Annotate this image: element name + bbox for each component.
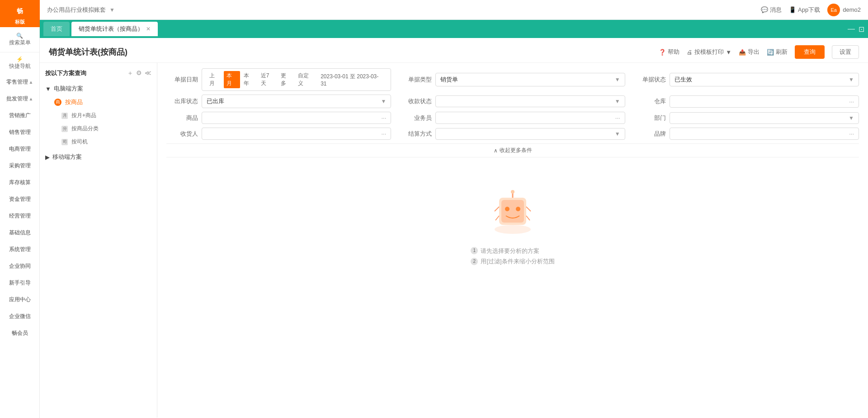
scheme-item-by-goods[interactable]: 商 按商品 [40,95,157,109]
chevron-down-icon-group: ▼ [45,86,51,92]
type-control[interactable]: 销货单 ▼ [435,73,625,86]
content-area: 销货单统计表(按商品) ❓ 帮助 🖨 按模板打印 ▼ 📤 导出 🔄 刷新 [40,38,868,418]
settings-button[interactable]: 设置 [832,45,859,59]
sidebar-item-system[interactable]: 系统管理 [0,241,39,258]
sidebar-item-quick-nav[interactable]: ⚡ 快捷导航 [0,52,39,74]
dept-control[interactable]: ▼ [670,112,859,124]
add-scheme-icon[interactable]: ＋ [127,69,133,77]
sidebar-item-wholesale[interactable]: 批发管理 ▲ [0,90,39,107]
receiver-label: 收货人 [166,130,198,138]
maximize-icon[interactable]: ⊡ [859,25,864,33]
date-tab-this-month[interactable]: 本月 [224,71,240,88]
sidebar-item-inventory[interactable]: 库存核算 [0,174,39,191]
sidebar-item-retail[interactable]: 零售管理 ▲ [0,74,39,90]
sidebar-item-finance[interactable]: 资金管理 [0,191,39,208]
left-panel: 按以下方案查询 ＋ ⚙ ≪ ▼ 电脑端方案 商 按商品 [40,63,157,418]
filter-goods: 商品 ··· [166,112,391,124]
tab-bar: 首页 销货单统计表（按商品） ✕ — ⊡ [40,20,868,38]
date-tab-7days[interactable]: 近7天 [258,71,278,88]
app-logo[interactable]: 畅 标版 [0,0,40,27]
dots-brand[interactable]: ··· [849,130,854,137]
dots-goods[interactable]: ··· [381,114,386,121]
tab-sales-stats[interactable]: 销货单统计表（按商品） ✕ [71,22,158,36]
dots-sales[interactable]: ··· [615,114,620,121]
receiver-control[interactable]: ··· [202,128,391,140]
dots-receiver[interactable]: ··· [381,130,386,137]
date-tabs: 上月 本月 本年 近7天 更多 自定义 [207,71,317,88]
filter-date: 单据日期 上月 本月 本年 近7天 更多 自定义 2023-03-01 至 20… [166,68,391,91]
type-value: 销货单 [440,76,458,84]
goods-control[interactable]: ··· [202,112,391,124]
sidebar-item-purchase[interactable]: 采购管理 [0,157,39,174]
sidebar-item-guide[interactable]: 新手引导 [0,275,39,291]
payment-label: 结算方式 [400,130,432,138]
query-button[interactable]: 查询 [795,45,825,59]
filter-row-1: 单据日期 上月 本月 本年 近7天 更多 自定义 2023-03-01 至 20… [166,68,859,91]
user-profile[interactable]: Ea demo2 [827,4,861,16]
sidebar-item-marketing[interactable]: 营销推广 [0,107,39,124]
tab-close-icon[interactable]: ✕ [146,26,151,32]
svg-text:畅: 畅 [17,7,23,14]
scheme-item-driver[interactable]: 司 按司机 [40,135,157,148]
industry-selector[interactable]: 办公用品行业模拟账套 [47,6,106,14]
avatar: Ea [827,4,840,16]
tab-home[interactable]: 首页 [43,22,70,36]
filter-receipt-status: 收款状态 ▼ [400,95,625,108]
chevron-down-icon-print: ▼ [726,49,731,56]
warehouse-control[interactable]: ··· [670,95,859,108]
scheme-group-pc-header[interactable]: ▼ 电脑端方案 [40,82,157,95]
scheme-icon-goods: 商 [54,99,61,106]
chevron-down-status: ▼ [849,76,854,83]
date-tab-more[interactable]: 更多 [278,71,294,88]
empty-svg [486,184,540,238]
date-tab-this-year[interactable]: 本年 [241,71,257,88]
export-button[interactable]: 📤 导出 [739,48,760,56]
message-button[interactable]: 💬 消息 [761,6,782,14]
collapse-panel-icon[interactable]: ≪ [145,69,151,77]
sidebar-item-weixin[interactable]: 企业微信 [0,308,39,325]
date-tab-last-month[interactable]: 上月 [207,71,223,88]
filter-dept: 部门 ▼ [634,112,859,124]
message-icon: 💬 [761,6,768,13]
sales-control[interactable]: ··· [435,112,625,124]
edit-scheme-icon[interactable]: ⚙ [136,69,142,77]
template-print-button[interactable]: 🖨 按模板打印 ▼ [687,48,731,56]
sidebar-item-cooperation[interactable]: 企业协同 [0,258,39,275]
date-tab-custom[interactable]: 自定义 [295,71,317,88]
refresh-button[interactable]: 🔄 刷新 [767,48,788,56]
filter-row-4: 收货人 ··· 结算方式 ▼ 品牌 [166,128,859,140]
chevron-right-icon: ▶ [45,154,50,161]
scheme-item-month-goods[interactable]: 月 按月+商品 [40,109,157,122]
left-panel-header: 按以下方案查询 ＋ ⚙ ≪ [40,66,157,80]
sidebar-item-member[interactable]: 畅会员 [0,325,39,342]
sidebar-item-search[interactable]: 🔍 搜索菜单 [0,27,39,52]
out-control[interactable]: 已出库 ▼ [202,95,391,108]
receipt-control[interactable]: ▼ [435,95,625,107]
status-control[interactable]: 已生效 ▼ [670,73,859,86]
sidebar-item-basics[interactable]: 基础信息 [0,224,39,241]
filter-row-3: 商品 ··· 业务员 ··· 部门 [166,112,859,124]
sidebar-item-sales[interactable]: 销售管理 [0,124,39,141]
page-actions: ❓ 帮助 🖨 按模板打印 ▼ 📤 导出 🔄 刷新 查询 设置 [659,45,859,59]
brand-control[interactable]: ··· [670,128,859,140]
help-button[interactable]: ❓ 帮助 [659,48,679,56]
chevron-up-icon: ▲ [29,80,33,85]
filter-payment: 结算方式 ▼ [400,128,625,140]
page-header: 销货单统计表(按商品) ❓ 帮助 🖨 按模板打印 ▼ 📤 导出 🔄 刷新 [40,38,868,63]
date-control[interactable]: 上月 本月 本年 近7天 更多 自定义 2023-03-01 至 2023-03… [202,68,391,91]
scheme-group-mobile-header[interactable]: ▶ 移动端方案 [40,150,157,164]
app-download-button[interactable]: 📱 App下载 [789,6,820,14]
payment-control[interactable]: ▼ [435,128,625,140]
panel-icons: ＋ ⚙ ≪ [127,69,151,77]
sidebar-item-operations[interactable]: 经营管理 [0,208,39,224]
collapse-conditions-button[interactable]: ∧ 收起更多条件 [166,143,859,157]
svg-line-9 [495,207,499,211]
minimize-icon[interactable]: — [848,25,855,33]
empty-state: 1 请先选择要分析的方案 2 用[过滤]条件来缩小分析范围 [166,157,859,293]
print-icon: 🖨 [687,49,693,56]
download-icon: 📱 [789,6,796,13]
sidebar-item-app-center[interactable]: 应用中心 [0,291,39,308]
dots-warehouse[interactable]: ··· [849,98,854,105]
sidebar-item-ecommerce[interactable]: 电商管理 [0,141,39,157]
scheme-item-goods-category[interactable]: 分 按商品分类 [40,122,157,135]
